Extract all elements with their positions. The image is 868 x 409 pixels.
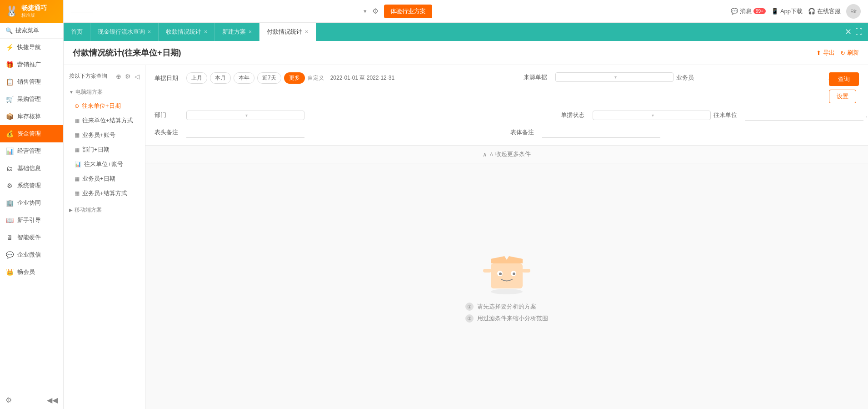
expand-icon[interactable]: ⛶ [855,28,863,36]
panel-item-unit-date[interactable]: ⊙ 往来单位+日期 [64,99,145,113]
tab-cashflow[interactable]: 现金银行流水查询 × [90,23,159,41]
head-note-label: 表头备注 [155,128,186,136]
search-menu[interactable]: 🔍 搜索菜单 [0,23,63,39]
sidebar-footer: ⚙ ◀◀ [0,391,63,409]
panel-item-sales-settlement[interactable]: ▦ 业务员+结算方式 [64,186,145,201]
sidebar-item-hardware[interactable]: 🖥 智能硬件 [0,229,63,246]
panel-item-unit-settlement[interactable]: ▦ 往来单位+结算方式 [64,113,145,128]
panel-item-sales-date[interactable]: ▦ 业务员+日期 [64,172,145,186]
enterprise-icon: 🏢 [5,199,14,207]
tab-receipt-label: 收款情况统计 [166,28,201,36]
service-label: 在线客服 [817,7,841,15]
sidebar-item-purchase[interactable]: 🛒 采购管理 [0,91,63,108]
tab-cashflow-close[interactable]: × [148,29,151,35]
head-note-input[interactable] [186,127,304,138]
dept-dropdown-icon: ▾ [245,113,299,118]
close-all-icon[interactable]: ✕ [845,27,852,37]
service-icon: 🎧 [808,8,815,15]
source-label: 来源单据 [524,73,555,81]
date-custom-label[interactable]: 自定义 [308,74,324,82]
date-pill-this-month[interactable]: 本月 [210,72,231,84]
tab-payment[interactable]: 付款情况统计 × [259,23,316,41]
message-action[interactable]: 💬 消息 99+ [731,7,766,15]
group-title-label: 电脑端方案 [75,88,103,96]
sidebar-item-guide[interactable]: 📖 新手引导 [0,212,63,229]
sidebar-item-label: 畅会员 [17,268,35,276]
group-title-label: 移动端方案 [75,206,102,214]
panel-settings-icon[interactable]: ⚙ [125,73,131,80]
dept-label: 部门 [155,111,186,119]
query-button[interactable]: 查询 [829,72,859,86]
quick-nav-icon: ⚡ [5,43,14,51]
sidebar-item-operation[interactable]: 📊 经营管理 [0,142,63,160]
system-icon: ⚙ [5,182,14,190]
source-dropdown-icon: ▾ [614,75,668,80]
panel-group-mobile: ▶ 移动端方案 [64,203,145,217]
collapse-bar[interactable]: ∧ ∧ 收起更多条件 [145,146,868,163]
panel-group-desktop-title[interactable]: ▼ 电脑端方案 [64,86,145,99]
tab-new-plan-close[interactable]: × [249,29,252,35]
panel-item-dept-date[interactable]: ▦ 部门+日期 [64,142,145,157]
sidebar-item-quick-nav[interactable]: ⚡ 快捷导航 [0,39,63,56]
topbar-dropdown-icon[interactable]: ▾ [364,8,367,15]
refresh-btn[interactable]: ↻ 刷新 [840,49,859,57]
tab-receipt-close[interactable]: × [204,29,207,35]
date-pill-this-year[interactable]: 本年 [234,72,254,84]
panel-group-mobile-title[interactable]: ▶ 移动端方案 [64,203,145,217]
tab-receipt[interactable]: 收款情况统计 × [159,23,215,41]
sidebar-item-label: 基础信息 [17,164,41,172]
app-download-action[interactable]: 📱 App下载 [771,7,803,15]
sidebar-item-marketing[interactable]: 🎁 营销推广 [0,56,63,73]
sidebar-item-finance[interactable]: 💰 资金管理 [0,125,63,142]
sidebar-item-inventory[interactable]: 📦 库存核算 [0,108,63,125]
unit-input[interactable] [745,110,863,121]
left-panel: 按以下方案查询 ⊕ ⚙ ◁ ▼ 电脑端方案 ⊙ 往来单位+日期 ▦ [64,65,145,409]
body-note-input[interactable] [542,127,660,138]
sidebar-item-member[interactable]: 👑 畅会员 [0,263,63,281]
item-icon: ▦ [75,146,80,153]
filter-area: 单据日期 上月 本月 本年 近7天 更多 自定义 2022-01-01 至 20… [145,65,868,146]
sidebar-item-system[interactable]: ⚙ 系统管理 [0,177,63,194]
sidebar-item-label: 采购管理 [17,95,41,103]
date-pill-7days[interactable]: 近7天 [257,72,281,84]
item-icon: ▦ [75,190,80,197]
panel-item-sales-account[interactable]: ▦ 业务员+账号 [64,128,145,142]
collapse-sidebar-icon[interactable]: ◀◀ [47,396,58,404]
svg-point-0 [491,289,523,294]
basic-icon: 🗂 [5,164,14,172]
status-select[interactable]: ▾ [593,111,711,120]
panel-group-desktop: ▼ 电脑端方案 ⊙ 往来单位+日期 ▦ 往来单位+结算方式 ▦ 业务员+账号 [64,86,145,201]
online-service-action[interactable]: 🎧 在线客服 [808,7,841,15]
sidebar-item-label: 智能硬件 [17,233,41,242]
sidebar-item-enterprise[interactable]: 🏢 企业协同 [0,194,63,212]
sidebar-item-sales[interactable]: 📋 销售管理 [0,73,63,91]
export-label: 导出 [823,49,835,57]
panel-collapse-icon[interactable]: ◁ [135,73,140,80]
industry-btn[interactable]: 体验行业方案 [384,5,432,18]
tab-home[interactable]: 首页 [64,23,90,41]
settings-button[interactable]: 设置 [829,90,856,103]
user-avatar[interactable]: Rit [846,4,861,19]
sidebar-item-label: 企业协同 [17,199,41,207]
date-pill-last-month[interactable]: 上月 [186,72,207,84]
sidebar-item-basic[interactable]: 🗂 基础信息 [0,160,63,177]
settings-icon[interactable]: ⚙ [5,396,12,404]
empty-tips: ① 请先选择要分析的方案 ② 用过滤条件来缩小分析范围 [465,303,548,323]
unit-dots[interactable]: ... [863,111,868,119]
tab-payment-close[interactable]: × [305,29,308,35]
sales-input[interactable] [708,72,826,83]
source-select[interactable]: ▾ [555,72,673,82]
topbar-settings-icon[interactable]: ⚙ [372,7,379,15]
tab-new-plan[interactable]: 新建方案 × [215,23,259,41]
date-pill-more[interactable]: 更多 [284,72,305,84]
dept-select[interactable]: ▾ [186,111,304,120]
sidebar-item-label: 系统管理 [17,182,41,190]
app-icon: 📱 [771,8,778,15]
export-btn[interactable]: ⬆ 导出 [816,49,835,57]
message-label: 消息 [740,7,752,15]
item-icon: ▦ [75,117,80,124]
panel-add-icon[interactable]: ⊕ [116,73,121,80]
body-note-label: 表体备注 [510,128,542,136]
panel-item-unit-account[interactable]: 📊 往来单位+账号 [64,157,145,172]
sidebar-item-weixin[interactable]: 💬 企业微信 [0,246,63,263]
